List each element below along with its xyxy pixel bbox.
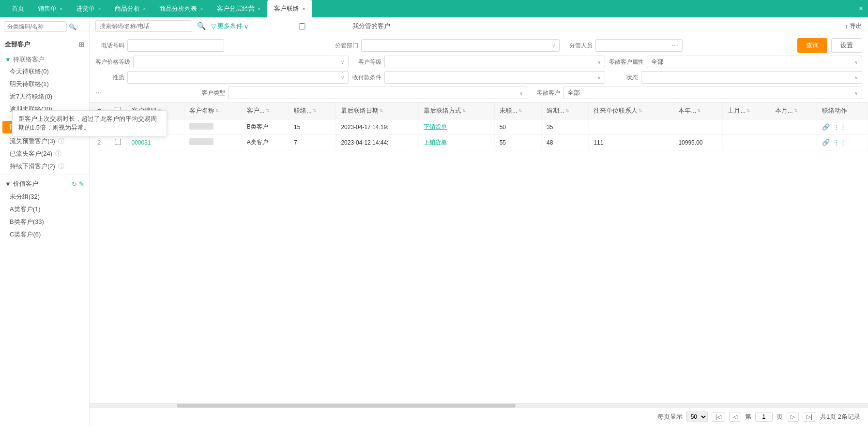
filter-status-select[interactable]: ∨ xyxy=(641,71,862,84)
price-level-label: 客户价格等级 xyxy=(95,58,130,66)
row-checkbox[interactable] xyxy=(115,139,121,145)
edit-icon[interactable]: ✎ xyxy=(79,180,84,188)
th-level: 客户... ⇅ xyxy=(242,103,289,119)
cell-last-method[interactable]: 下销货单 xyxy=(419,119,494,135)
close-customer-contact-icon[interactable]: × xyxy=(302,6,305,12)
filter-manager-select[interactable]: ··· xyxy=(595,39,683,52)
sort-year-icon[interactable]: ⇅ xyxy=(697,108,701,113)
filter-price-level-select[interactable]: ∨ xyxy=(133,56,349,68)
nav-purchase[interactable]: 进货单 × xyxy=(69,0,107,17)
page-number-input[interactable] xyxy=(755,412,773,422)
cell-this-month xyxy=(770,119,817,135)
close-customer-tier-icon[interactable]: × xyxy=(258,6,260,12)
sort-method-icon[interactable]: ⇅ xyxy=(462,108,466,113)
last-page-button[interactable]: ▷| xyxy=(803,412,816,422)
nav-customer-tier[interactable]: 客户分层经营 × xyxy=(210,0,267,17)
action-buttons: 查询 设置 xyxy=(797,38,862,53)
sidebar-item-lost[interactable]: 已流失客户(24) ⓘ xyxy=(0,147,89,160)
sidebar-search-input[interactable] xyxy=(4,21,67,32)
sort-uncontacted-icon[interactable]: ⇅ xyxy=(518,108,522,113)
first-page-button[interactable]: |◁ xyxy=(712,412,725,422)
filter-gender-select[interactable]: ∨ xyxy=(127,71,349,84)
sort-this-month-icon[interactable]: ⇅ xyxy=(794,108,798,113)
close-product-list-icon[interactable]: × xyxy=(200,6,203,12)
cell-contact-count: 7 xyxy=(289,135,336,150)
filter-customer-type-select[interactable]: ∨ xyxy=(228,87,527,99)
sidebar-item-tomorrow[interactable]: 明天待联络(1) xyxy=(0,78,89,90)
cell-check xyxy=(109,135,126,150)
info-icon-declining: ⓘ xyxy=(58,162,64,170)
filter-dept-select[interactable]: ∨ xyxy=(361,39,559,52)
filter-retail-attr-select[interactable]: 全部 ∨ xyxy=(647,56,862,68)
filter-retail-customer-select[interactable]: 全部 ∨ xyxy=(563,87,862,99)
action-more-icon[interactable]: ⋮⋮ xyxy=(834,139,846,146)
sidebar-search-area: 🔍 xyxy=(0,17,89,36)
action-link-icon[interactable]: 🔗 xyxy=(822,123,830,131)
value-customer-header[interactable]: ▼ 价值客户 ↻ ✎ xyxy=(0,177,89,191)
sidebar-item-c-class[interactable]: C类客户(6) xyxy=(0,228,89,241)
sidebar-item-loss-warning[interactable]: 流失预警客户(3) ⓘ xyxy=(0,135,89,147)
prev-page-button[interactable]: ◁ xyxy=(729,412,741,422)
close-purchase-icon[interactable]: × xyxy=(98,6,101,12)
next-page-button[interactable]: ▷ xyxy=(787,412,799,422)
sidebar-item-declining[interactable]: 持续下滑客户(2) ⓘ xyxy=(0,160,89,173)
cell-code[interactable]: 000031 xyxy=(126,135,184,150)
scroll-thumb[interactable] xyxy=(177,404,516,408)
customer-table: ⚙ 客户编码 ⇅ 客户名称 xyxy=(90,103,868,150)
my-customers-checkbox[interactable] xyxy=(254,23,350,29)
sort-contact-icon[interactable]: ⇅ xyxy=(313,108,317,113)
sidebar-item-ungroup[interactable]: 未分组(32) xyxy=(0,191,89,203)
close-product-analysis-icon[interactable]: × xyxy=(143,6,146,12)
filter-phone-input[interactable] xyxy=(127,39,224,52)
query-button[interactable]: 查询 xyxy=(797,38,827,53)
refresh-icon[interactable]: ↻ xyxy=(72,180,77,188)
action-more-icon[interactable]: ⋮⋮ xyxy=(834,123,846,131)
settings-button[interactable]: 设置 xyxy=(831,38,862,53)
my-customers-checkbox-label[interactable]: 我分管的客户 xyxy=(254,22,390,30)
all-customers-header[interactable]: 全部客户 ⊞ xyxy=(0,36,89,53)
sidebar-item-b-class[interactable]: B类客户(33) xyxy=(0,216,89,228)
status-chevron-icon: ∨ xyxy=(854,75,858,80)
customer-level-label: 客户等级 xyxy=(352,58,381,66)
action-link-icon[interactable]: 🔗 xyxy=(822,139,830,146)
filter-bar: 🔍 ▽ 更多条件 ∨ 我分管的客户 ↑ 导出 xyxy=(90,17,868,35)
horizontal-scrollbar[interactable] xyxy=(90,403,868,407)
sort-level-icon[interactable]: ⇅ xyxy=(266,108,270,113)
sidebar-item-7days[interactable]: 近7天待联络(0) xyxy=(0,90,89,103)
sidebar-item-a-class[interactable]: A类客户(1) xyxy=(0,203,89,216)
more-conditions-button[interactable]: ▽ 更多条件 ∨ xyxy=(211,22,249,30)
filter-retail-attr: 零散客户属性 全部 ∨ xyxy=(609,56,862,68)
sidebar-item-today[interactable]: 今天待联络(0) xyxy=(0,65,89,78)
filter-payment-select[interactable]: ∨ xyxy=(384,71,606,84)
search-button-icon[interactable]: 🔍 xyxy=(197,22,206,30)
nav-product-list[interactable]: 商品分析列表 × xyxy=(152,0,210,17)
cell-uncontacted: 50 xyxy=(494,119,541,135)
manager-dots-icon[interactable]: ··· xyxy=(671,41,678,50)
export-button[interactable]: ↑ 导出 xyxy=(845,22,863,30)
cell-contact-count: 15 xyxy=(289,119,336,135)
sort-date-icon[interactable]: ⇅ xyxy=(380,108,383,113)
nav-home[interactable]: 首页 xyxy=(5,0,31,17)
nav-customer-contact[interactable]: 客户联络 × xyxy=(267,0,312,17)
row4-dots-icon[interactable]: ··· xyxy=(95,88,102,97)
sort-name-icon[interactable]: ⇅ xyxy=(215,108,219,113)
sort-overdue-icon[interactable]: ⇅ xyxy=(565,108,569,113)
cell-action: 🔗 ⋮⋮ xyxy=(817,135,868,150)
sort-last-month-icon[interactable]: ⇅ xyxy=(746,108,750,113)
cell-name[interactable] xyxy=(184,135,242,150)
all-customers-label: 全部客户 xyxy=(5,40,30,49)
filter-customer-level-select[interactable]: ∨ xyxy=(384,56,606,68)
search-input[interactable] xyxy=(95,20,192,32)
sort-contact2-icon[interactable]: ⇅ xyxy=(639,108,642,113)
close-sales-icon[interactable]: × xyxy=(60,6,62,12)
close-window-icon[interactable]: × xyxy=(859,4,863,13)
sidebar-search-icon[interactable]: 🔍 xyxy=(69,23,76,30)
filter-dots: ··· xyxy=(95,88,192,97)
nav-product-analysis[interactable]: 商品分析 × xyxy=(108,0,152,17)
value-arrow-icon: ▼ xyxy=(5,180,11,188)
cell-this-month xyxy=(770,135,817,150)
per-page-select[interactable]: 50 xyxy=(686,411,708,422)
cell-name[interactable] xyxy=(184,119,242,135)
cell-last-method[interactable]: 下销货单 xyxy=(419,135,494,150)
nav-sales[interactable]: 销售单 × xyxy=(31,0,69,17)
